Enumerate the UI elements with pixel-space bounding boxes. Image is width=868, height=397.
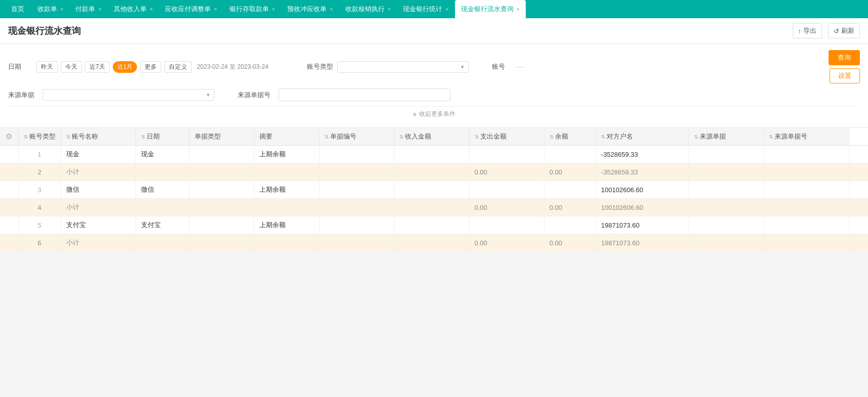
account-type-chevron-icon: ▾ (461, 64, 464, 70)
col-doc-type[interactable]: 单据类型 (189, 128, 254, 146)
date-btn-today[interactable]: 今天 (61, 61, 82, 73)
refresh-button[interactable]: ↺ 刷新 (828, 23, 860, 38)
date-btn-custom[interactable]: 自定义 (164, 61, 192, 73)
cell-doc-no (394, 216, 469, 234)
close-tab-6-icon[interactable]: × (388, 6, 391, 12)
nav-tab-6[interactable]: 收款核销执行 × (339, 0, 397, 18)
col-source-doc[interactable]: ⇅来源单据 (689, 128, 763, 146)
cell-doc-type: 上期余额 (254, 181, 319, 199)
nav-tab-7[interactable]: 现金银行统计 × (397, 0, 454, 18)
col-income[interactable]: ⇅收入金额 (394, 128, 469, 146)
source-doc-label: 来源单据 (8, 91, 34, 100)
header-actions: ↑ 导出 ↺ 刷新 (793, 23, 860, 38)
nav-tab-0[interactable]: 收款单 × (31, 0, 69, 18)
table-row: 4小计0.000.00100102606.60 (0, 199, 868, 216)
close-tab-4-icon[interactable]: × (272, 6, 275, 12)
cell-income (469, 181, 544, 199)
close-tab-8-icon[interactable]: × (517, 6, 520, 12)
date-btn-1month[interactable]: 近1月 (113, 61, 138, 73)
close-tab-7-icon[interactable]: × (445, 6, 448, 12)
cell-account-type: 微信 (61, 181, 135, 199)
cell-summary (319, 163, 394, 181)
cell-account-name: 微信 (135, 181, 189, 199)
cell-account-name: 支付宝 (135, 216, 189, 234)
cell-doc-type (254, 163, 319, 181)
row-number: 5 (18, 216, 61, 234)
cell-income: 0.00 (469, 163, 544, 181)
cell-balance: 100102606.60 (596, 181, 689, 199)
col-source-doc-no[interactable]: ⇅来源单据号 (764, 128, 850, 146)
close-tab-3-icon[interactable]: × (214, 6, 217, 12)
col-counterparty[interactable]: ⇅对方户名 (596, 128, 689, 146)
table-header-row: ⚙ ⇅账号类型 ⇅账号名称 ⇅日期 单据类型 摘要 ⇅单据编号 ⇅收入金额 ⇅支… (0, 128, 868, 146)
close-tab-1-icon[interactable]: × (98, 6, 101, 12)
cell-counterparty (689, 163, 763, 181)
cell-account-type: 小计 (61, 234, 135, 252)
collapse-arrow-icon: ∧ (413, 111, 417, 118)
nav-home[interactable]: 首页 (4, 5, 31, 14)
col-summary[interactable]: 摘要 (254, 128, 319, 146)
cell-summary (319, 216, 394, 234)
date-btn-7days[interactable]: 近7天 (85, 61, 110, 73)
page-title: 现金银行流水查询 (8, 25, 81, 37)
nav-tab-1[interactable]: 付款单 × (69, 0, 107, 18)
close-tab-2-icon[interactable]: × (150, 6, 153, 12)
table-row: 3微信微信上期余额100102606.60 (0, 181, 868, 199)
cell-source-doc-no (850, 199, 868, 216)
cell-summary (319, 234, 394, 252)
cell-date (189, 234, 254, 252)
cell-account-type: 小计 (61, 199, 135, 216)
cell-source-doc-no (850, 146, 868, 163)
col-doc-no[interactable]: ⇅单据编号 (319, 128, 394, 146)
col-date[interactable]: ⇅日期 (135, 128, 189, 146)
nav-tab-8[interactable]: 现金银行流水查询 × (455, 0, 526, 18)
cell-source-doc (764, 234, 850, 252)
cell-source-doc (764, 216, 850, 234)
date-btn-yesterday[interactable]: 昨天 (36, 61, 58, 73)
collapse-bar[interactable]: ∧ 收起更多条件 (8, 106, 860, 121)
cell-income (469, 146, 544, 163)
cell-source-doc (764, 199, 850, 216)
nav-tab-2[interactable]: 其他收入单 × (108, 0, 159, 18)
table-row: 2小计0.000.00-3528659.33 (0, 163, 868, 181)
export-button[interactable]: ↑ 导出 (793, 23, 823, 38)
col-account-type[interactable]: ⇅账号类型 (18, 128, 61, 146)
filter-row-2: 来源单据 ▾ 来源单据号 (8, 89, 860, 101)
col-balance[interactable]: ⇅余额 (544, 128, 596, 146)
cell-counterparty (689, 199, 763, 216)
account-type-select[interactable]: ▾ (337, 61, 469, 73)
col-expense[interactable]: ⇅支出金额 (469, 128, 544, 146)
cell-date (189, 163, 254, 181)
query-button[interactable]: 查询 (829, 50, 860, 65)
cell-account-name: 现金 (135, 146, 189, 163)
cell-doc-type: 上期余额 (254, 216, 319, 234)
nav-tab-5[interactable]: 预收冲应收单 × (281, 0, 339, 18)
row-number: 2 (18, 163, 61, 181)
cell-date (189, 146, 254, 163)
close-tab-0-icon[interactable]: × (60, 6, 63, 12)
source-doc-num-field[interactable] (283, 91, 446, 99)
date-label: 日期 (8, 62, 28, 71)
cell-counterparty (689, 234, 763, 252)
cell-doc-type (254, 199, 319, 216)
filter-area: 日期 昨天 今天 近7天 近1月 更多 自定义 2023-02-24 至 202… (0, 44, 868, 128)
cell-account-type: 现金 (61, 146, 135, 163)
source-doc-num-input[interactable] (279, 89, 450, 101)
col-account-name[interactable]: ⇅账号名称 (61, 128, 135, 146)
settings-button[interactable]: 设置 (830, 68, 860, 83)
cell-balance: 19871073.60 (596, 216, 689, 234)
cell-income: 0.00 (469, 234, 544, 252)
cell-date (189, 181, 254, 199)
source-doc-select[interactable]: ▾ (42, 89, 214, 101)
col-settings[interactable]: ⚙ (0, 128, 18, 146)
nav-tab-3[interactable]: 应收应付调整单 × (159, 0, 223, 18)
row-number: 1 (18, 146, 61, 163)
cell-doc-no (394, 234, 469, 252)
cell-summary (319, 199, 394, 216)
date-btn-more[interactable]: 更多 (140, 61, 161, 73)
cell-gear (0, 181, 18, 199)
account-more-icon[interactable]: ··· (516, 63, 525, 71)
close-tab-5-icon[interactable]: × (330, 6, 333, 12)
cell-gear (0, 163, 18, 181)
nav-tab-4[interactable]: 银行存取款单 × (223, 0, 281, 18)
